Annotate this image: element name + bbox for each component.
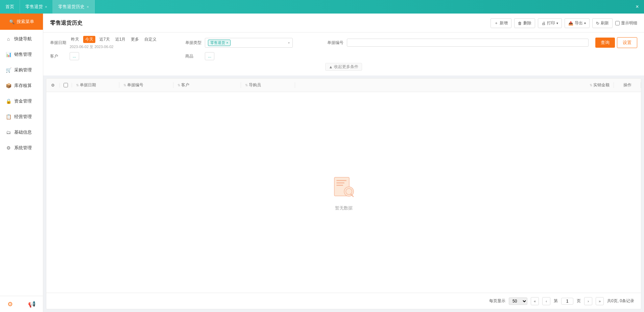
volume-icon[interactable]: 📢 (28, 300, 35, 308)
date-tab-yesterday[interactable]: 昨天 (70, 36, 80, 43)
collapse-label: 收起更多条件 (334, 64, 358, 70)
main-layout: 🔍 搜索菜单 ⌂ 快捷导航 📊 销售管理 🛒 采购管理 📦 库存核算 🔒 (0, 14, 644, 312)
customer-filter-btn[interactable]: ... (70, 52, 79, 60)
type-filter-item: 单据类型 零售退货 × ▾ (185, 38, 320, 48)
date-filter-item: 单据日期 昨天 今天 近7天 近1月 更多 自定义 2023-06-02 至 2… (50, 36, 178, 49)
sort-guide-icon: ⇅ (245, 83, 248, 87)
per-page-select[interactable]: 50 20 100 (509, 297, 527, 305)
type-tag-close[interactable]: × (226, 41, 228, 45)
delete-label: 删除 (523, 20, 531, 26)
print-button[interactable]: 🖨 打印 ▾ (538, 18, 562, 28)
sidebar-item-finance-label: 资金管理 (14, 98, 32, 104)
content-area: 零售退货历史 ＋ 新增 🗑 删除 🖨 打印 ▾ (43, 14, 644, 312)
per-page-label: 每页显示 (489, 298, 505, 304)
home-icon: ⌂ (5, 36, 11, 42)
sidebar-item-purchase[interactable]: 🛒 采购管理 (0, 62, 43, 78)
date-tab-more[interactable]: 更多 (129, 36, 140, 43)
sidebar-item-inventory[interactable]: 📦 库存核算 (0, 78, 43, 93)
pagination: 每页显示 50 20 100 « ‹ 第 页 › » 共0页, 0条记录 (46, 293, 641, 309)
sidebar-item-finance[interactable]: 🔒 资金管理 (0, 93, 43, 109)
empty-text: 暂无数据 (335, 205, 353, 211)
tab-retail-return[interactable]: 零售退货 × (20, 0, 53, 14)
window-close-button[interactable]: × (630, 0, 644, 14)
customer-filter-label: 客户 (50, 53, 67, 59)
delete-button[interactable]: 🗑 删除 (514, 18, 535, 28)
th-check[interactable] (60, 83, 72, 87)
page-number-input[interactable] (561, 298, 573, 305)
th-amount[interactable]: ⇅ 实销金额 (295, 82, 614, 88)
sidebar-item-system-label: 系统管理 (14, 145, 32, 151)
th-amount-label: 实销金额 (593, 82, 610, 88)
type-tag-value: 零售退货 (210, 40, 225, 45)
type-filter-label: 单据类型 (185, 40, 202, 46)
sidebar-item-inventory-label: 库存核算 (14, 83, 32, 89)
print-label: 打印 (547, 20, 555, 26)
table-container: ⚙ ⇅ 单据日期 ⇅ 单据编号 ⇅ 客户 ⇅ (46, 78, 641, 309)
th-setting[interactable]: ⚙ (46, 83, 60, 88)
new-button[interactable]: ＋ 新增 (491, 18, 511, 28)
collapse-button[interactable]: ▲ 收起更多条件 (325, 63, 362, 71)
date-filter: 昨天 今天 近7天 近1月 更多 自定义 2023-06-02 至 2023-0… (70, 36, 158, 49)
sort-date-icon: ⇅ (76, 83, 79, 87)
sidebar-item-info[interactable]: 🗂 基础信息 (0, 125, 43, 140)
date-tabs: 昨天 今天 近7天 近1月 更多 自定义 (70, 36, 158, 43)
refresh-icon: ↻ (596, 21, 599, 26)
collapse-row: ▲ 收起更多条件 (50, 63, 637, 71)
filter-row-2: 客户 ... 商品 ... (50, 52, 637, 60)
goods-filter-btn[interactable]: ... (205, 52, 214, 60)
sidebar: 🔍 搜索菜单 ⌂ 快捷导航 📊 销售管理 🛒 采购管理 📦 库存核算 🔒 (0, 14, 43, 312)
th-op: 操作 (614, 82, 641, 88)
manage-icon: 📋 (5, 114, 11, 120)
th-no-label: 单据编号 (127, 82, 143, 88)
page-title-row: 零售退货历史 ＋ 新增 🗑 删除 🖨 打印 ▾ (50, 18, 637, 28)
date-tab-7days[interactable]: 近7天 (98, 36, 111, 43)
goods-filter-item: 商品 ... (185, 52, 320, 60)
type-dropdown-icon: ▾ (288, 41, 290, 45)
sidebar-item-manage[interactable]: 📋 经营管理 (0, 109, 43, 125)
search-icon: 🔍 (9, 19, 15, 24)
info-icon: 🗂 (5, 129, 11, 135)
next-page-button[interactable]: › (584, 297, 592, 305)
no-filter-input[interactable] (347, 39, 589, 47)
th-customer[interactable]: ⇅ 客户 (173, 82, 241, 88)
svg-rect-2 (336, 182, 344, 183)
tab-home[interactable]: 首页 (0, 0, 20, 14)
sidebar-item-sales[interactable]: 📊 销售管理 (0, 47, 43, 62)
last-page-button[interactable]: » (596, 297, 604, 305)
th-guide[interactable]: ⇅ 导购员 (241, 82, 295, 88)
page-unit: 页 (577, 298, 581, 304)
date-tab-today[interactable]: 今天 (83, 36, 95, 43)
th-op-label: 操作 (623, 82, 631, 88)
table-header: ⚙ ⇅ 单据日期 ⇅ 单据编号 ⇅ 客户 ⇅ (46, 79, 641, 92)
query-button[interactable]: 查询 (595, 38, 615, 48)
sidebar-item-system[interactable]: ⚙ 系统管理 (0, 140, 43, 156)
th-date-label: 单据日期 (80, 82, 96, 88)
show-detail-checkbox[interactable] (615, 21, 620, 25)
type-filter-select[interactable]: 零售退货 × ▾ (205, 38, 293, 48)
th-date[interactable]: ⇅ 单据日期 (72, 82, 119, 88)
export-chevron-icon: ▾ (584, 21, 586, 25)
sales-icon: 📊 (5, 51, 11, 58)
date-tab-custom[interactable]: 自定义 (143, 36, 158, 43)
sort-no-icon: ⇅ (123, 83, 126, 87)
empty-illustration (330, 174, 357, 201)
refresh-button[interactable]: ↻ 刷新 (592, 18, 613, 28)
sidebar-item-home[interactable]: ⌂ 快捷导航 (0, 31, 43, 47)
sidebar-item-info-label: 基础信息 (14, 129, 32, 135)
prev-page-button[interactable]: ‹ (542, 297, 550, 305)
setting-button[interactable]: 设置 (617, 37, 637, 48)
first-page-button[interactable]: « (531, 297, 539, 305)
goods-filter-label: 商品 (185, 53, 202, 59)
search-menu-button[interactable]: 🔍 搜索菜单 (0, 14, 43, 30)
gear-bottom-icon[interactable]: ⚙ (7, 300, 13, 308)
export-label: 导出 (575, 20, 583, 26)
tab-retail-return-history-close[interactable]: × (87, 5, 89, 9)
export-button[interactable]: 📤 导出 ▾ (565, 18, 590, 28)
sidebar-item-sales-label: 销售管理 (14, 51, 32, 58)
delete-icon: 🗑 (518, 21, 522, 26)
select-all-checkbox[interactable] (64, 83, 68, 87)
tab-retail-return-history[interactable]: 零售退货历史 × (53, 0, 94, 14)
date-tab-1month[interactable]: 近1月 (114, 36, 127, 43)
tab-retail-return-close[interactable]: × (45, 5, 47, 9)
th-no[interactable]: ⇅ 单据编号 (119, 82, 173, 88)
